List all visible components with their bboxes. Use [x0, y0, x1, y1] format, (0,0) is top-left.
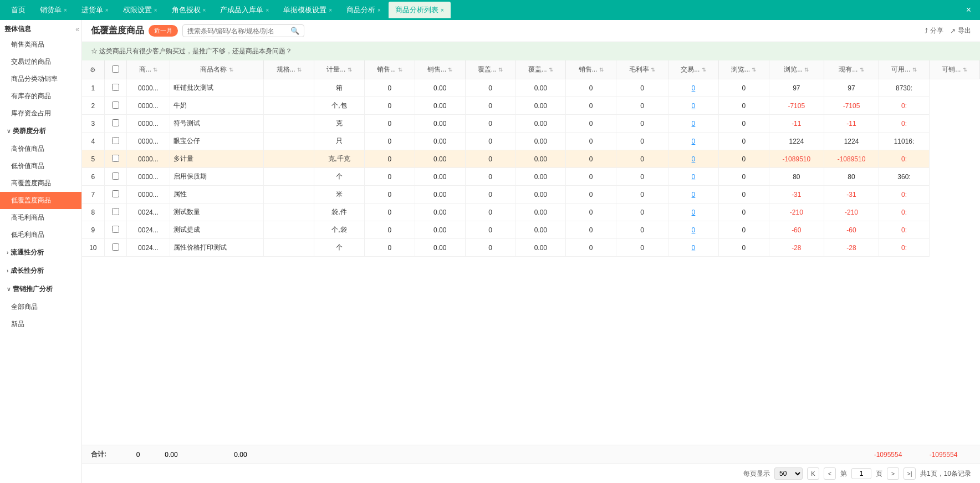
table-cell: 0 [616, 168, 668, 186]
col-sales3[interactable]: 销售... ⇅ [566, 60, 616, 79]
table-container[interactable]: ⚙ 商... ⇅ 商品名称 ⇅ 规格... ⇅ 计量... ⇅ 销售... ⇅ … [82, 60, 980, 445]
col-sales1[interactable]: 销售... ⇅ [364, 60, 415, 79]
nav-product-analysis[interactable]: 商品分析 × [340, 2, 387, 18]
sidebar-item-category-rate[interactable]: 商品分类动销率 [0, 70, 81, 88]
row-checkbox[interactable] [112, 243, 119, 251]
table-cell[interactable]: 0 [668, 204, 719, 221]
nav-close-template[interactable]: × [329, 7, 332, 13]
page-suffix: 页 [876, 469, 882, 479]
table-cell[interactable]: 0 [668, 168, 719, 186]
filter-recent-month-btn[interactable]: 近一月 [149, 25, 178, 37]
sidebar-section-flow[interactable]: › 流通性分析 [0, 243, 81, 262]
prev-page-btn[interactable]: < [824, 467, 836, 480]
nav-home[interactable]: 首页 [4, 2, 32, 18]
nav-purchase-order[interactable]: 进货单 × [75, 2, 115, 18]
next-page-btn[interactable]: > [887, 467, 899, 480]
per-page-select[interactable]: 50 20 100 200 [774, 467, 803, 480]
col-stock[interactable]: 现有... ⇅ [824, 60, 879, 79]
col-browse2[interactable]: 浏览... ⇅ [769, 60, 824, 79]
col-coverage1[interactable]: 覆盖... ⇅ [465, 60, 515, 79]
page-number-input[interactable] [851, 468, 871, 479]
table-cell[interactable]: 0 [668, 79, 719, 97]
col-spec[interactable]: 规格... ⇅ [264, 60, 314, 79]
nav-sales-order[interactable]: 销货单 × [33, 2, 74, 18]
sidebar-item-low-profit[interactable]: 低毛利商品 [0, 226, 81, 243]
row-checkbox[interactable] [112, 101, 119, 109]
sidebar-item-low-value[interactable]: 低价值商品 [0, 157, 81, 175]
table-cell[interactable]: 0 [668, 115, 719, 133]
nav-role-auth[interactable]: 角色授权 × [165, 2, 213, 18]
col-browse1[interactable]: 浏览... ⇅ [718, 60, 769, 79]
table-cell[interactable]: 0 [668, 97, 719, 115]
last-page-btn[interactable]: >| [904, 467, 916, 480]
sidebar-item-new-goods[interactable]: 新品 [0, 316, 81, 333]
nav-template-settings[interactable]: 单据模板设置 × [277, 2, 339, 18]
col-unit[interactable]: 计量... ⇅ [314, 60, 365, 79]
nav-close-analysis-list[interactable]: × [441, 7, 444, 13]
col-saleable[interactable]: 可销... ⇅ [929, 60, 979, 79]
row-checkbox[interactable] [112, 155, 119, 162]
sidebar-item-stock-goods[interactable]: 有库存的商品 [0, 88, 81, 105]
nav-permission-settings[interactable]: 权限设置 × [116, 2, 164, 18]
first-page-btn[interactable]: K [807, 467, 819, 480]
table-cell[interactable]: 0 [668, 186, 719, 204]
sidebar-item-all-goods[interactable]: 全部商品 [0, 298, 81, 316]
col-name[interactable]: 商品名称 ⇅ [170, 60, 264, 79]
nav-window-close[interactable]: × [962, 3, 976, 17]
sidebar-item-capital[interactable]: 库存资金占用 [0, 105, 81, 122]
col-available[interactable]: 可用... ⇅ [879, 60, 930, 79]
nav-product-stock[interactable]: 产成品入库单 × [213, 2, 275, 18]
table-cell: 测试提成 [170, 221, 264, 239]
table-cell[interactable]: 0 [668, 133, 719, 150]
nav-close-purchase[interactable]: × [105, 7, 109, 13]
table-cell[interactable]: 0 [668, 239, 719, 257]
nav-close-product[interactable]: × [266, 7, 269, 13]
row-checkbox[interactable] [112, 226, 119, 233]
sidebar-item-traded-goods[interactable]: 交易过的商品 [0, 53, 81, 70]
col-margin[interactable]: 毛利率 ⇅ [616, 60, 668, 79]
col-checkbox[interactable] [104, 60, 126, 79]
search-icon[interactable]: 🔍 [290, 27, 299, 35]
sidebar-section-cluster[interactable]: ∨ 类群度分析 [0, 122, 81, 140]
table-cell: 0 [465, 133, 515, 150]
table-cell: 0.00 [515, 79, 566, 97]
row-checkbox[interactable] [112, 208, 119, 215]
row-checkbox[interactable] [112, 84, 119, 91]
nav-close-analysis[interactable]: × [377, 7, 381, 13]
col-coverage2[interactable]: 覆盖... ⇅ [515, 60, 566, 79]
sidebar-item-low-coverage[interactable]: 低覆盖度商品 [0, 192, 81, 209]
export-btn[interactable]: ↗ 导出 [950, 26, 971, 35]
table-cell: 80 [769, 168, 824, 186]
nav-product-analysis-list[interactable]: 商品分析列表 × [389, 2, 451, 18]
table-cell: 0.00 [415, 186, 465, 204]
share-btn[interactable]: ⤴ 分享 [925, 26, 943, 35]
sidebar-item-high-coverage[interactable]: 高覆盖度商品 [0, 175, 81, 192]
sidebar-collapse-btn[interactable]: « [75, 26, 79, 33]
table-cell [264, 168, 314, 186]
table-cell [104, 221, 126, 239]
row-checkbox[interactable] [112, 172, 119, 180]
table-cell: 个,包 [314, 97, 365, 115]
table-cell: 0 [616, 186, 668, 204]
table-cell: 0 [718, 150, 769, 168]
table-cell[interactable]: 0 [668, 221, 719, 239]
row-checkbox[interactable] [112, 137, 119, 144]
table-cell[interactable]: 0 [668, 150, 719, 168]
col-settings[interactable]: ⚙ [82, 60, 104, 79]
col-code[interactable]: 商... ⇅ [127, 60, 170, 79]
sidebar-section-marketing[interactable]: ∨ 营销推广分析 [0, 280, 81, 298]
table-row: 10000...旺铺批次测试箱00.0000.00000097978730: [82, 79, 980, 97]
nav-close-sales[interactable]: × [64, 7, 67, 13]
sidebar-section-growth[interactable]: › 成长性分析 [0, 262, 81, 280]
row-checkbox[interactable] [112, 119, 119, 126]
sidebar-item-high-profit[interactable]: 高毛利商品 [0, 209, 81, 226]
search-input[interactable] [187, 27, 288, 35]
sidebar-item-high-value[interactable]: 高价值商品 [0, 140, 81, 157]
nav-close-role[interactable]: × [203, 7, 206, 13]
col-sales2[interactable]: 销售... ⇅ [415, 60, 465, 79]
sidebar-item-sales-goods[interactable]: 销售类商品 [0, 36, 81, 53]
row-checkbox[interactable] [112, 190, 119, 197]
nav-close-permission[interactable]: × [154, 7, 157, 13]
col-transaction[interactable]: 交易... ⇅ [668, 60, 719, 79]
select-all-checkbox[interactable] [112, 65, 119, 73]
